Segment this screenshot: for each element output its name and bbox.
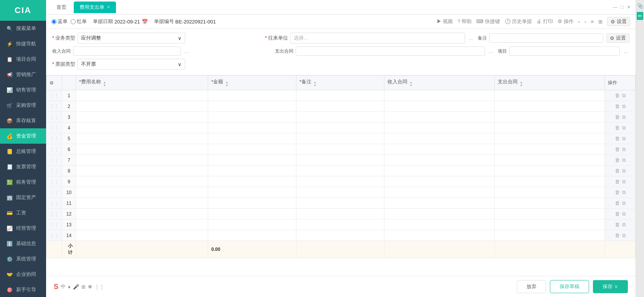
row-note-3[interactable] <box>296 112 384 123</box>
row-income-6[interactable] <box>384 144 495 155</box>
prev-btn[interactable]: ‹ <box>578 19 580 25</box>
row-name-9[interactable] <box>76 176 208 187</box>
row-note-10[interactable] <box>296 187 384 198</box>
business-type-select[interactable]: 应付调整 ∨ <box>78 33 185 43</box>
row-expense-2[interactable] <box>495 101 605 112</box>
row-delete-7[interactable]: 🗑 <box>615 157 620 163</box>
row-delete-10[interactable]: 🗑 <box>615 189 620 196</box>
expense-contract-more[interactable]: ... <box>487 48 495 54</box>
row-expense-7[interactable] <box>495 155 605 166</box>
row-expense-8[interactable] <box>495 166 605 176</box>
sidebar-item-企业协同[interactable]: 🤝企业协同 <box>0 267 46 282</box>
row-drag-9[interactable]: ⋮⋮ <box>46 176 62 187</box>
row-amount-3[interactable] <box>208 112 296 123</box>
row-income-10[interactable] <box>384 187 495 198</box>
row-drag-14[interactable]: ⋮⋮ <box>46 230 62 241</box>
row-name-4[interactable] <box>76 123 208 133</box>
radio-red[interactable]: 红单 <box>71 18 87 25</box>
window-maximize[interactable]: □ <box>621 4 624 10</box>
next-btn[interactable]: › <box>584 19 586 25</box>
row-copy-10[interactable]: ⧉ <box>622 189 626 196</box>
row-name-12[interactable] <box>76 209 208 219</box>
project-input[interactable] <box>509 46 620 56</box>
row-delete-2[interactable]: 🗑 <box>615 103 620 110</box>
row-name-1[interactable] <box>76 90 208 101</box>
row-delete-11[interactable]: 🗑 <box>615 200 620 206</box>
row-copy-14[interactable]: ⧉ <box>622 232 626 239</box>
date-value[interactable]: 2022-09-21 <box>114 19 140 25</box>
sidebar-item-经营管理[interactable]: 📈经营管理 <box>0 221 46 236</box>
row-delete-5[interactable]: 🗑 <box>615 136 620 142</box>
row-delete-14[interactable]: 🗑 <box>615 232 620 239</box>
radio-blue-input[interactable] <box>51 19 56 24</box>
print-btn[interactable]: 🖨 打印 <box>536 18 553 25</box>
note-input[interactable] <box>489 33 603 43</box>
sidebar-item-新手引导[interactable]: 🎯新手引导 <box>0 282 46 297</box>
row-note-2[interactable] <box>296 101 384 112</box>
row-copy-1[interactable]: ⧉ <box>622 93 626 99</box>
row-drag-4[interactable]: ⋮⋮ <box>46 123 62 133</box>
window-close[interactable]: ✕ <box>627 4 631 10</box>
sidebar-item-库存核算[interactable]: 📦库存核算 <box>0 113 46 128</box>
calendar-icon[interactable]: 📅 <box>142 19 148 25</box>
video-btn[interactable]: ▶ 视频 <box>437 18 453 25</box>
row-income-7[interactable] <box>384 155 495 166</box>
sidebar-item-搜索菜单[interactable]: 🔍搜索菜单 <box>0 21 46 36</box>
partner-more-btn[interactable]: ... <box>467 35 475 41</box>
row-note-14[interactable] <box>296 230 384 241</box>
row-copy-7[interactable]: ⧉ <box>622 157 626 163</box>
expense-contract-input[interactable] <box>296 46 485 56</box>
row-note-9[interactable] <box>296 176 384 187</box>
row-copy-9[interactable]: ⧉ <box>622 179 626 185</box>
row-amount-12[interactable] <box>208 209 296 219</box>
sidebar-item-采购管理[interactable]: 🛒采购管理 <box>0 98 46 113</box>
row-amount-1[interactable] <box>208 90 296 101</box>
row-drag-1[interactable]: ⋮⋮ <box>46 90 62 101</box>
operations-btn[interactable]: ⚙ 操作 <box>558 18 574 25</box>
row-note-12[interactable] <box>296 209 384 219</box>
row-drag-2[interactable]: ⋮⋮ <box>46 101 62 112</box>
row-note-11[interactable] <box>296 198 384 209</box>
sort-name-icon[interactable]: ▲▼ <box>103 81 106 87</box>
row-amount-9[interactable] <box>208 176 296 187</box>
row-drag-6[interactable]: ⋮⋮ <box>46 144 62 155</box>
row-income-9[interactable] <box>384 176 495 187</box>
row-name-5[interactable] <box>76 133 208 144</box>
income-contract-input[interactable] <box>73 46 180 56</box>
row-copy-8[interactable]: ⧉ <box>622 168 626 174</box>
row-expense-5[interactable] <box>495 133 605 144</box>
sidebar-item-工资[interactable]: 💳工资 <box>0 205 46 221</box>
th-income[interactable]: 收入合同 ▲▼ <box>384 76 495 90</box>
row-income-4[interactable] <box>384 123 495 133</box>
row-delete-12[interactable]: 🗑 <box>615 211 620 217</box>
edge-attachment-icon[interactable]: 📎 <box>637 3 643 9</box>
row-delete-4[interactable]: 🗑 <box>615 125 620 131</box>
row-delete-9[interactable]: 🗑 <box>615 179 620 185</box>
row-income-8[interactable] <box>384 166 495 176</box>
row-drag-11[interactable]: ⋮⋮ <box>46 198 62 209</box>
row-drag-5[interactable]: ⋮⋮ <box>46 133 62 144</box>
right-setting-btn[interactable]: ⚙ 设置 <box>606 33 629 43</box>
history-btn[interactable]: 🕐 历史单据 <box>505 18 532 25</box>
row-expense-12[interactable] <box>495 209 605 219</box>
list-view-btn[interactable]: ≡ <box>591 19 594 25</box>
project-more[interactable]: ... <box>622 48 629 54</box>
row-note-5[interactable] <box>296 133 384 144</box>
row-expense-10[interactable] <box>495 187 605 198</box>
sort-note-icon[interactable]: ▲▼ <box>313 81 316 87</box>
row-copy-5[interactable]: ⧉ <box>622 136 626 142</box>
row-expense-11[interactable] <box>495 198 605 209</box>
row-amount-4[interactable] <box>208 123 296 133</box>
row-name-7[interactable] <box>76 155 208 166</box>
save-draft-button[interactable]: 保存草稿 <box>550 280 589 293</box>
row-expense-13[interactable] <box>495 219 605 230</box>
row-amount-14[interactable] <box>208 230 296 241</box>
sidebar-item-固定资产[interactable]: 🏢固定资产 <box>0 190 46 205</box>
row-amount-5[interactable] <box>208 133 296 144</box>
row-note-8[interactable] <box>296 166 384 176</box>
sidebar-item-资金管理[interactable]: 💰资金管理 <box>0 128 46 144</box>
row-note-4[interactable] <box>296 123 384 133</box>
tab-expense[interactable]: 费用支出单 ✕ <box>74 2 116 13</box>
row-drag-12[interactable]: ⋮⋮ <box>46 209 62 219</box>
row-income-14[interactable] <box>384 230 495 241</box>
